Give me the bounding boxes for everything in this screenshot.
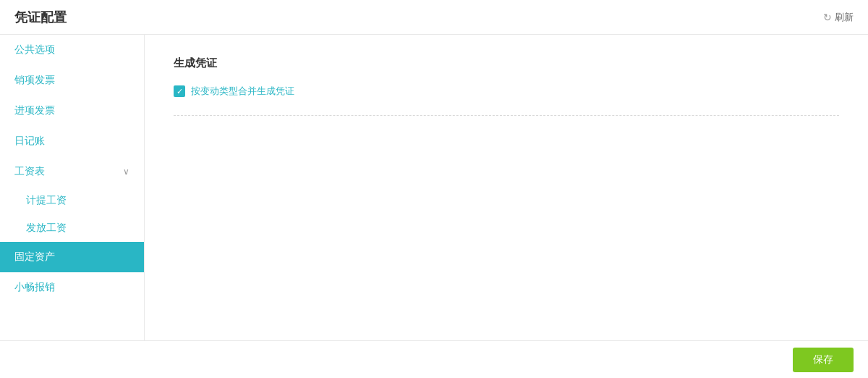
refresh-button[interactable]: ↻ 刷新 bbox=[823, 11, 854, 24]
header: 凭证配置 ↻ 刷新 bbox=[0, 0, 868, 35]
sidebar-item-public-label: 公共选项 bbox=[14, 43, 55, 56]
sidebar-item-payroll-pay-label: 发放工资 bbox=[26, 222, 67, 233]
sidebar-item-sales-invoice-label: 销项发票 bbox=[14, 74, 55, 87]
refresh-label: 刷新 bbox=[835, 11, 854, 24]
check-mark-icon: ✓ bbox=[176, 87, 183, 96]
sidebar-item-purchase-invoice-label: 进项发票 bbox=[14, 104, 55, 117]
merge-checkbox-label[interactable]: 按变动类型合并生成凭证 bbox=[191, 85, 294, 98]
chevron-down-icon: ∨ bbox=[123, 167, 129, 177]
sidebar-item-payroll-calc[interactable]: 计提工资 bbox=[0, 187, 144, 214]
sidebar-item-purchase-invoice[interactable]: 进项发票 bbox=[0, 96, 144, 126]
page-title: 凭证配置 bbox=[14, 9, 67, 26]
sidebar-item-journal[interactable]: 日记账 bbox=[0, 126, 144, 156]
checkbox-row: ✓ 按变动类型合并生成凭证 bbox=[174, 85, 839, 98]
sidebar-item-fixed-assets[interactable]: 固定资产 bbox=[0, 242, 144, 272]
save-button[interactable]: 保存 bbox=[793, 348, 854, 372]
sidebar-item-public[interactable]: 公共选项 bbox=[0, 35, 144, 65]
content-area: 生成凭证 ✓ 按变动类型合并生成凭证 bbox=[145, 35, 868, 340]
section-divider bbox=[174, 115, 839, 116]
sidebar: 公共选项 销项发票 进项发票 日记账 工资表 ∨ 计提工资 发放工资 固定资产 … bbox=[0, 35, 145, 340]
sidebar-item-expense-label: 小畅报销 bbox=[14, 281, 55, 294]
sidebar-item-expense[interactable]: 小畅报销 bbox=[0, 272, 144, 303]
footer: 保存 bbox=[0, 340, 868, 378]
sidebar-item-sales-invoice[interactable]: 销项发票 bbox=[0, 65, 144, 96]
sidebar-item-payroll-label: 工资表 bbox=[14, 165, 45, 178]
sidebar-item-payroll-pay[interactable]: 发放工资 bbox=[0, 214, 144, 242]
sidebar-item-fixed-assets-label: 固定资产 bbox=[14, 251, 55, 264]
sidebar-item-journal-label: 日记账 bbox=[14, 135, 45, 148]
main-layout: 公共选项 销项发票 进项发票 日记账 工资表 ∨ 计提工资 发放工资 固定资产 … bbox=[0, 35, 868, 340]
sidebar-item-payroll[interactable]: 工资表 ∨ bbox=[0, 156, 144, 187]
section-title: 生成凭证 bbox=[174, 56, 839, 70]
sidebar-item-payroll-calc-label: 计提工资 bbox=[26, 194, 67, 206]
refresh-icon: ↻ bbox=[823, 12, 832, 23]
merge-checkbox[interactable]: ✓ bbox=[174, 85, 185, 97]
